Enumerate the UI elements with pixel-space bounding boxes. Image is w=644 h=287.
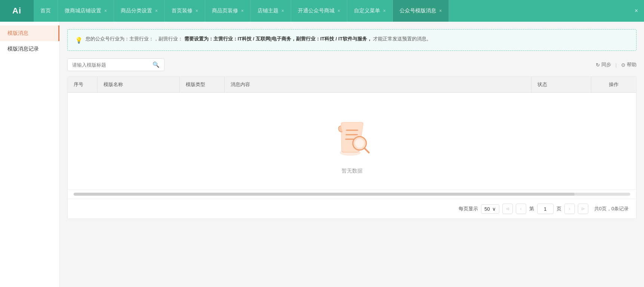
nav-tab-8[interactable]: 公众号模版消息× [393,0,449,22]
sidebar: 模版消息 模版消息记录 [0,22,60,287]
toolbar-right: ↻ 同步 | ⊙ 帮助 [596,61,637,68]
col-content: 消息内容 [225,77,531,92]
col-seq: 序号 [68,77,98,92]
scrollbar-row [68,189,636,199]
last-page-button[interactable]: ⊳ [578,204,588,214]
nav-tab-4[interactable]: 商品页装修× [205,0,251,22]
empty-state: 暂无数据 [68,93,636,189]
notice-text: 您的公众号行业为：主营行业：，副营行业： 需要设置为：主营行业：IT科技 / 互… [86,35,431,43]
content-area: 💡 您的公众号行业为：主营行业：，副营行业： 需要设置为：主营行业：IT科技 /… [60,22,644,287]
pagination: 每页显示 50 ∨ ⊲ ‹ 第 页 › ⊳ 共0页，0条记录 [68,199,636,219]
empty-text: 暂无数据 [342,168,363,174]
search-button[interactable]: 🔍 [148,59,164,71]
sync-icon: ↻ [596,62,600,68]
toolbar: 🔍 ↻ 同步 | ⊙ 帮助 [67,58,637,71]
per-page-value: 50 [484,206,490,212]
help-button[interactable]: ⊙ 帮助 [621,61,637,68]
total-info: 共0页，0条记录 [594,205,629,212]
nav-tab-1[interactable]: 微商城店铺设置× [58,0,114,22]
next-page-button[interactable]: › [564,204,575,214]
empty-icon [330,115,375,160]
table-header: 序号 模版名称 模版类型 消息内容 状态 操作 [68,77,636,93]
nav-tab-5[interactable]: 店铺主题× [251,0,291,22]
scrollbar-thumb [74,193,574,196]
main-layout: 模版消息 模版消息记录 💡 您的公众号行业为：主营行业：，副营行业： 需要设置为… [0,22,644,287]
sidebar-item-template-message[interactable]: 模版消息 [0,25,59,41]
nav-tab-7[interactable]: 自定义菜单× [347,0,393,22]
per-page-select[interactable]: 50 ∨ [481,204,499,214]
top-nav: Ai 首页微商城店铺设置×商品分类设置×首页装修×商品页装修×店铺主题×开通公众… [0,0,644,22]
nav-tab-0[interactable]: 首页 [34,0,58,22]
chevron-down-icon: ∨ [492,206,496,212]
col-type: 模版类型 [180,77,225,92]
nav-tab-close-6[interactable]: × [338,8,340,13]
toolbar-divider: | [616,62,617,68]
search-box: 🔍 [67,58,164,71]
nav-tab-close-5[interactable]: × [281,8,284,13]
nav-tab-close-8[interactable]: × [439,8,442,13]
nav-tab-2[interactable]: 商品分类设置× [114,0,165,22]
search-input[interactable] [68,59,148,70]
prev-page-button[interactable]: ‹ [516,204,526,214]
data-table: 序号 模版名称 模版类型 消息内容 状态 操作 [67,76,637,219]
help-icon: ⊙ [621,62,625,68]
nav-tab-close-1[interactable]: × [104,8,107,13]
per-page-label: 每页显示 [459,205,478,212]
nav-tab-close-4[interactable]: × [241,8,244,13]
col-name: 模版名称 [98,77,180,92]
close-all-button[interactable]: × [629,7,644,14]
nav-tab-6[interactable]: 开通公众号商城× [291,0,347,22]
svg-line-6 [364,148,369,153]
first-page-button[interactable]: ⊲ [502,204,513,214]
page-prefix: 第 [529,205,534,212]
nav-tab-close-3[interactable]: × [195,8,198,13]
nav-tab-3[interactable]: 首页装修× [165,0,205,22]
notice-box: 💡 您的公众号行业为：主营行业：，副营行业： 需要设置为：主营行业：IT科技 /… [67,29,637,51]
nav-tab-close-7[interactable]: × [383,8,386,13]
nav-tab-close-2[interactable]: × [155,8,158,13]
svg-point-5 [355,139,364,148]
horizontal-scrollbar[interactable] [74,193,630,196]
col-action: 操作 [591,77,636,92]
app-logo: Ai [0,0,34,22]
page-suffix: 页 [557,205,561,212]
nav-tabs: 首页微商城店铺设置×商品分类设置×首页装修×商品页装修×店铺主题×开通公众号商城… [34,0,629,22]
sync-button[interactable]: ↻ 同步 [596,61,611,68]
col-status: 状态 [531,77,591,92]
notice-icon: 💡 [75,35,83,45]
page-input[interactable] [537,204,554,214]
notice-highlight: 需要设置为：主营行业：IT科技 / 互联网|电子商务，副营行业：IT科技 / I… [184,36,372,42]
sidebar-item-template-message-log[interactable]: 模版消息记录 [0,41,59,57]
